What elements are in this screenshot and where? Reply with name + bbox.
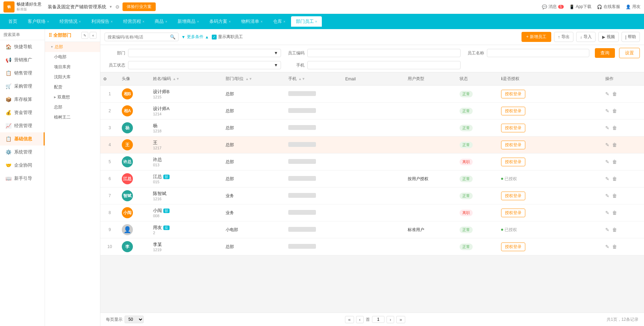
last-page-button[interactable]: »: [396, 316, 405, 323]
tab-new-goods[interactable]: 新增商品 ×: [173, 16, 204, 27]
online-service-button[interactable]: 🎧 在线客服: [597, 4, 620, 10]
dept-item-small-electric[interactable]: 小电部: [48, 52, 100, 62]
show-resigned-toggle[interactable]: ✓ 显示离职员工: [212, 34, 243, 40]
auth-login-button[interactable]: 授权登录: [501, 209, 525, 217]
close-icon[interactable]: ×: [143, 20, 145, 24]
sidebar-item-cooperation[interactable]: 🤝企业协同: [0, 159, 45, 172]
next-page-button[interactable]: ›: [387, 316, 394, 323]
tab-department[interactable]: 部门员工 ×: [291, 16, 322, 27]
delete-icon[interactable]: 🗑: [612, 210, 617, 215]
edit-icon[interactable]: ✎: [605, 159, 609, 165]
tab-customer[interactable]: 客户联络 ×: [23, 16, 54, 27]
edit-icon[interactable]: ✎: [605, 244, 609, 249]
tab-home[interactable]: 首页: [3, 16, 22, 27]
edit-icon[interactable]: ✎: [605, 176, 609, 182]
tab-bom[interactable]: 物料清单 ×: [236, 16, 267, 27]
delete-icon[interactable]: 🗑: [612, 193, 617, 199]
sidebar-item-marketing[interactable]: 📢营销推广: [0, 53, 45, 67]
dept-item-project-warehouse[interactable]: 项目库房: [48, 62, 100, 72]
close-icon[interactable]: ×: [47, 20, 49, 24]
export-button[interactable]: ↑ 导出: [554, 32, 573, 42]
close-icon[interactable]: ×: [261, 20, 263, 24]
auth-login-button[interactable]: 授权登录: [501, 158, 525, 166]
search-icon[interactable]: 🔍: [170, 34, 175, 39]
more-filter-button[interactable]: ▼ 更多条件 ▲: [181, 34, 209, 40]
help-button[interactable]: | 帮助: [622, 32, 640, 42]
sidebar-item-system[interactable]: ⚙️系统管理: [0, 146, 45, 159]
sidebar-item-basics[interactable]: 📋基础信息: [0, 132, 45, 146]
per-page-select[interactable]: 50 100 200: [125, 316, 144, 323]
close-icon[interactable]: ×: [111, 20, 113, 24]
sidebar-item-shortcut[interactable]: 🏠快捷导航: [0, 40, 45, 53]
phone-input[interactable]: [307, 61, 460, 69]
search-input[interactable]: [108, 35, 170, 39]
delete-icon[interactable]: 🗑: [612, 142, 617, 148]
delete-icon[interactable]: 🗑: [612, 91, 617, 97]
page-number-input[interactable]: [372, 316, 384, 323]
col-name-code[interactable]: 姓名/编码 ▲▼: [150, 72, 223, 86]
edit-icon[interactable]: ✎: [605, 91, 609, 97]
edit-icon[interactable]: ✎: [605, 142, 609, 148]
auth-login-button[interactable]: 授权登录: [501, 141, 525, 149]
tab-profit[interactable]: 利润报告 ×: [87, 16, 118, 27]
close-icon[interactable]: ×: [229, 20, 231, 24]
auth-login-button[interactable]: 授权登录: [501, 192, 525, 200]
sidebar-item-guide[interactable]: 📖新手引导: [0, 172, 45, 185]
user-button[interactable]: 👤 用友: [626, 4, 641, 10]
tab-goods[interactable]: 商品 ×: [150, 16, 172, 27]
tab-business[interactable]: 经营情况 ×: [55, 16, 86, 27]
message-button[interactable]: 💬 消息 5: [542, 4, 564, 10]
dept-item-zhishu[interactable]: 植树王二: [48, 112, 100, 122]
auth-login-button[interactable]: 授权登录: [501, 90, 525, 98]
auth-login-button[interactable]: 授权登录: [501, 243, 525, 251]
sidebar-search-input[interactable]: [3, 32, 45, 37]
delete-icon[interactable]: 🗑: [612, 125, 617, 131]
emp-status-select[interactable]: ▼: [128, 61, 281, 69]
delete-icon[interactable]: 🗑: [612, 244, 617, 249]
close-icon[interactable]: ×: [283, 20, 285, 24]
delete-icon[interactable]: 🗑: [612, 108, 617, 114]
trial-button[interactable]: 体验行业方案: [123, 2, 156, 11]
tab-history[interactable]: 经营历程 ×: [118, 16, 149, 27]
col-settings[interactable]: ⚙: [100, 72, 119, 86]
dept-item-distribution[interactable]: 配货: [48, 82, 100, 92]
edit-icon[interactable]: ✎: [605, 108, 609, 114]
dept-edit-button[interactable]: ✎: [81, 32, 88, 39]
dept-filter-select[interactable]: ▼: [128, 49, 281, 57]
close-icon[interactable]: ×: [79, 20, 81, 24]
import-button[interactable]: ↓ 导入: [576, 32, 596, 42]
auth-login-button[interactable]: 授权登录: [501, 124, 525, 132]
sidebar-item-inventory[interactable]: 📦库存核算: [0, 93, 45, 106]
sidebar-item-purchase[interactable]: 🛒采购管理: [0, 80, 45, 93]
set-button[interactable]: 设置: [619, 48, 640, 58]
edit-icon[interactable]: ✎: [605, 227, 609, 232]
edit-icon[interactable]: ✎: [605, 193, 609, 199]
emp-name-input[interactable]: [487, 49, 589, 57]
tab-barcode[interactable]: 条码方案 ×: [205, 16, 236, 27]
dept-item-headquarters[interactable]: 总部: [48, 102, 100, 112]
dept-item-shenyang[interactable]: 沈阳大库: [48, 72, 100, 82]
close-icon[interactable]: ×: [197, 20, 199, 24]
edit-icon[interactable]: ✎: [605, 125, 609, 131]
query-button[interactable]: 查询: [595, 48, 615, 58]
delete-icon[interactable]: 🗑: [612, 227, 617, 232]
sidebar-item-operations[interactable]: 📈经营管理: [0, 119, 45, 132]
delete-icon[interactable]: 🗑: [612, 176, 617, 182]
app-download-button[interactable]: 📱 App下载: [569, 4, 591, 10]
tab-warehouse[interactable]: 仓库 ×: [268, 16, 290, 27]
close-icon[interactable]: ×: [165, 20, 167, 24]
col-dept[interactable]: 部门/职位 ▲▼: [223, 72, 285, 86]
delete-icon[interactable]: 🗑: [612, 159, 617, 165]
settings-icon[interactable]: ⚙: [115, 4, 120, 10]
edit-icon[interactable]: ✎: [605, 210, 609, 215]
add-employee-button[interactable]: + 新增员工: [521, 32, 551, 42]
sidebar-item-finance[interactable]: 💰资金管理: [0, 106, 45, 119]
close-icon[interactable]: ×: [315, 20, 317, 24]
sidebar-item-sales[interactable]: 📋销售管理: [0, 67, 45, 80]
system-dropdown-icon[interactable]: ▼: [109, 5, 112, 9]
first-page-button[interactable]: «: [345, 316, 354, 323]
dept-item-headquarters-parent[interactable]: ▼ 总部: [45, 42, 100, 52]
prev-page-button[interactable]: ‹: [356, 316, 364, 323]
dept-collapse-button[interactable]: «: [90, 32, 97, 39]
auth-login-button[interactable]: 授权登录: [501, 107, 525, 115]
